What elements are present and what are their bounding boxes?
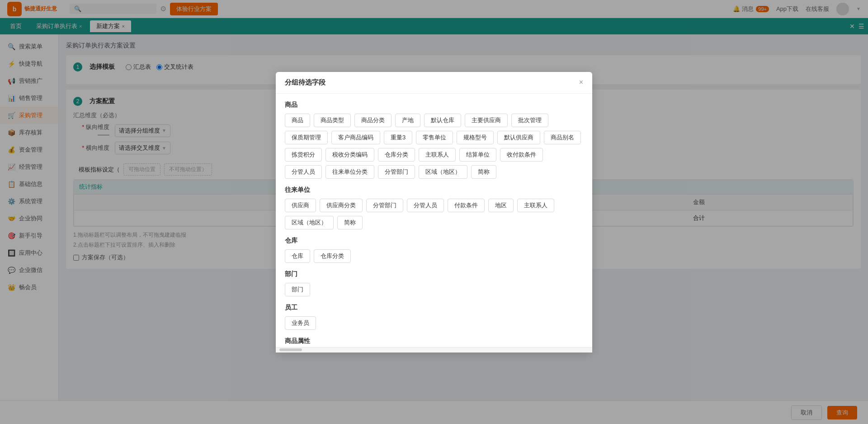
chip-pick-points[interactable]: 拣货积分 bbox=[285, 148, 322, 162]
chip-partner-contact[interactable]: 主联系人 bbox=[517, 199, 554, 212]
chip-manager[interactable]: 分管人员 bbox=[285, 165, 322, 179]
chip-default-warehouse[interactable]: 默认仓库 bbox=[424, 114, 461, 127]
chip-main-supplier[interactable]: 主要供应商 bbox=[465, 114, 508, 127]
chip-partner-manager[interactable]: 分管人员 bbox=[407, 199, 444, 212]
section-product-attr-title: 商品属性 bbox=[285, 337, 583, 345]
section-warehouse-chips: 仓库 仓库分类 bbox=[285, 249, 583, 263]
chip-spec-model[interactable]: 规格型号 bbox=[457, 131, 494, 144]
section-product-attr: 商品属性 属性 颜色 多规格 尺码 鞋码 1 bbox=[285, 337, 583, 347]
modal-hscroll[interactable] bbox=[276, 347, 592, 353]
chip-partner-short-name[interactable]: 简称 bbox=[337, 216, 363, 229]
modal-title: 分组待选字段 bbox=[285, 78, 326, 87]
modal-close-button[interactable]: × bbox=[579, 78, 583, 86]
section-warehouse: 仓库 仓库 仓库分类 bbox=[285, 237, 583, 263]
chip-customer-code[interactable]: 客户商品编码 bbox=[331, 131, 380, 144]
chip-short-name[interactable]: 简称 bbox=[471, 165, 496, 179]
modal-overlay: 分组待选字段 × 商品 商品 商品类型 商品分类 产地 默认仓库 主要供应商 批… bbox=[0, 0, 868, 424]
chip-department[interactable]: 部门 bbox=[285, 283, 310, 296]
section-partner-title: 往来单位 bbox=[285, 186, 583, 194]
chip-settlement-unit[interactable]: 结算单位 bbox=[459, 148, 496, 162]
chip-goods[interactable]: 商品 bbox=[285, 114, 310, 127]
chip-supplier[interactable]: 供应商 bbox=[285, 199, 316, 212]
chip-goods-type[interactable]: 商品类型 bbox=[314, 114, 351, 127]
chip-supplier-category[interactable]: 供应商分类 bbox=[320, 199, 363, 212]
section-goods: 商品 商品 商品类型 商品分类 产地 默认仓库 主要供应商 批次管理 保质期管理… bbox=[285, 101, 583, 179]
modal: 分组待选字段 × 商品 商品 商品类型 商品分类 产地 默认仓库 主要供应商 批… bbox=[276, 72, 592, 353]
section-goods-chips: 商品 商品类型 商品分类 产地 默认仓库 主要供应商 批次管理 保质期管理 客户… bbox=[285, 114, 583, 179]
section-employee: 员工 业务员 bbox=[285, 304, 583, 330]
section-goods-title: 商品 bbox=[285, 101, 583, 109]
chip-transaction-category[interactable]: 往来单位分类 bbox=[326, 165, 374, 179]
chip-warehouse-category[interactable]: 仓库分类 bbox=[378, 148, 415, 162]
chip-partner-region[interactable]: 区域（地区） bbox=[285, 216, 334, 229]
chip-batch-mgmt[interactable]: 批次管理 bbox=[511, 114, 548, 127]
chip-main-contact[interactable]: 主联系人 bbox=[419, 148, 456, 162]
chip-area[interactable]: 地区 bbox=[488, 199, 514, 212]
section-department-title: 部门 bbox=[285, 270, 583, 278]
section-partner-chips: 供应商 供应商分类 分管部门 分管人员 付款条件 地区 主联系人 区域（地区） … bbox=[285, 199, 583, 229]
chip-goods-category[interactable]: 商品分类 bbox=[354, 114, 392, 127]
chip-region[interactable]: 区域（地区） bbox=[419, 165, 467, 179]
chip-dept-managed[interactable]: 分管部门 bbox=[378, 165, 415, 179]
chip-origin[interactable]: 产地 bbox=[395, 114, 420, 127]
chip-weight3[interactable]: 重量3 bbox=[384, 131, 412, 144]
chip-salesperson[interactable]: 业务员 bbox=[285, 316, 316, 330]
chip-payment-condition[interactable]: 付款条件 bbox=[448, 199, 485, 212]
section-partner: 往来单位 供应商 供应商分类 分管部门 分管人员 付款条件 地区 主联系人 区域… bbox=[285, 186, 583, 229]
modal-body: 商品 商品 商品类型 商品分类 产地 默认仓库 主要供应商 批次管理 保质期管理… bbox=[276, 94, 592, 347]
section-warehouse-title: 仓库 bbox=[285, 237, 583, 245]
chip-default-supplier[interactable]: 默认供应商 bbox=[497, 131, 540, 144]
modal-header: 分组待选字段 × bbox=[276, 72, 592, 94]
chip-retail-unit[interactable]: 零售单位 bbox=[416, 131, 453, 144]
chip-shelf-life[interactable]: 保质期管理 bbox=[285, 131, 328, 144]
section-department-chips: 部门 bbox=[285, 283, 583, 296]
section-employee-chips: 业务员 bbox=[285, 316, 583, 330]
chip-payment-terms[interactable]: 收付款条件 bbox=[500, 148, 543, 162]
section-department: 部门 部门 bbox=[285, 270, 583, 296]
chip-warehouse[interactable]: 仓库 bbox=[285, 249, 310, 263]
chip-partner-dept[interactable]: 分管部门 bbox=[366, 199, 403, 212]
chip-warehouse-cat[interactable]: 仓库分类 bbox=[314, 249, 351, 263]
section-employee-title: 员工 bbox=[285, 304, 583, 312]
chip-goods-alias[interactable]: 商品别名 bbox=[544, 131, 581, 144]
chip-tax-code[interactable]: 税收分类编码 bbox=[326, 148, 374, 162]
